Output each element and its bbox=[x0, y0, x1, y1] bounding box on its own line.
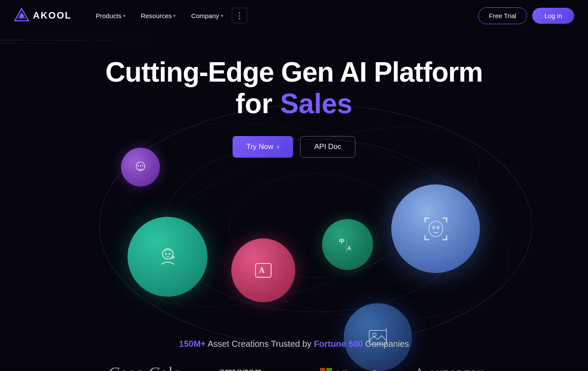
nav-products-label: Products bbox=[96, 12, 121, 19]
free-trial-button[interactable]: Free Trial bbox=[478, 7, 527, 24]
sphere-ai-avatar bbox=[128, 217, 208, 297]
logo-amazon: amazon bbox=[216, 361, 285, 371]
ms-square-red bbox=[320, 368, 326, 371]
microsoft-text: Microsoft bbox=[336, 368, 379, 371]
autodesk-text: AUTODESK bbox=[429, 369, 484, 371]
chevron-down-icon: ▾ bbox=[173, 13, 176, 18]
logo-microsoft: Microsoft bbox=[320, 368, 379, 371]
svg-rect-21 bbox=[256, 263, 271, 277]
logo-autodesk: AUTODESK bbox=[413, 368, 484, 371]
nav-more-button[interactable]: ⋮ bbox=[232, 8, 247, 23]
svg-point-27 bbox=[432, 226, 435, 228]
nav-resources-label: Resources bbox=[141, 12, 172, 19]
hero-title-sales: Sales bbox=[280, 88, 352, 119]
logo-icon bbox=[14, 8, 29, 23]
arrow-right-icon: › bbox=[277, 143, 279, 151]
svg-text:A: A bbox=[259, 266, 265, 275]
nav-item-resources[interactable]: Resources ▾ bbox=[134, 9, 183, 23]
trust-text: 150M+ Asset Creations Trusted by Fortune… bbox=[104, 339, 484, 349]
hero-buttons: Try Now › API Doc bbox=[105, 136, 483, 158]
nav-actions: Free Trial Log in bbox=[478, 7, 574, 24]
sphere-font: A bbox=[231, 238, 295, 302]
svg-text:中: 中 bbox=[339, 238, 345, 244]
chevron-down-icon: ▾ bbox=[221, 13, 223, 18]
brand-logos-row: Coca-Cola amazon Microsoft bbox=[104, 361, 484, 371]
logo-text: AKOOL bbox=[33, 10, 71, 21]
hero-title-sub: for Sales bbox=[105, 87, 483, 120]
svg-text:A: A bbox=[347, 245, 352, 251]
hero-section: A 中 A bbox=[0, 31, 588, 371]
svg-point-20 bbox=[169, 253, 170, 255]
svg-point-10 bbox=[164, 139, 467, 312]
svg-point-26 bbox=[429, 221, 443, 237]
logo-cocacola: Coca-Cola bbox=[104, 361, 182, 371]
sphere-translate: 中 A bbox=[322, 219, 373, 270]
logo[interactable]: AKOOL bbox=[14, 8, 71, 23]
nav-item-company[interactable]: Company ▾ bbox=[184, 9, 230, 23]
navbar: AKOOL Products ▾ Resources ▾ Company ▾ ⋮… bbox=[0, 0, 588, 31]
svg-point-16 bbox=[140, 165, 141, 167]
svg-text:amazon: amazon bbox=[218, 364, 262, 371]
microsoft-grid-icon bbox=[320, 368, 332, 371]
trust-fortune: Fortune 500 bbox=[314, 339, 363, 349]
nav-item-products[interactable]: Products ▾ bbox=[89, 9, 132, 23]
svg-point-28 bbox=[437, 226, 439, 228]
trust-section: 150M+ Asset Creations Trusted by Fortune… bbox=[104, 322, 484, 371]
svg-text:Coca-Cola: Coca-Cola bbox=[108, 364, 180, 371]
svg-point-15 bbox=[138, 165, 139, 167]
chevron-down-icon: ▾ bbox=[123, 13, 125, 18]
svg-point-18 bbox=[163, 249, 173, 259]
sphere-face-scan bbox=[391, 184, 480, 273]
autodesk-icon bbox=[413, 368, 425, 371]
login-button[interactable]: Log in bbox=[532, 8, 574, 24]
svg-point-17 bbox=[142, 165, 144, 167]
trust-count: 150M+ bbox=[179, 339, 206, 349]
nav-links: Products ▾ Resources ▾ Company ▾ ⋮ bbox=[89, 8, 478, 23]
svg-point-11 bbox=[229, 174, 402, 277]
api-doc-button[interactable]: API Doc bbox=[300, 136, 355, 158]
try-now-button[interactable]: Try Now › bbox=[233, 136, 293, 158]
nav-company-label: Company bbox=[191, 12, 219, 19]
svg-point-14 bbox=[136, 162, 145, 171]
svg-point-19 bbox=[165, 253, 167, 255]
hero-title-main: Cutting-Edge Gen AI Platform bbox=[105, 57, 483, 87]
ms-square-green bbox=[326, 368, 332, 371]
hero-content: Cutting-Edge Gen AI Platform for Sales T… bbox=[105, 57, 483, 158]
svg-point-2 bbox=[19, 14, 24, 18]
hero-title-for: for bbox=[236, 88, 272, 119]
